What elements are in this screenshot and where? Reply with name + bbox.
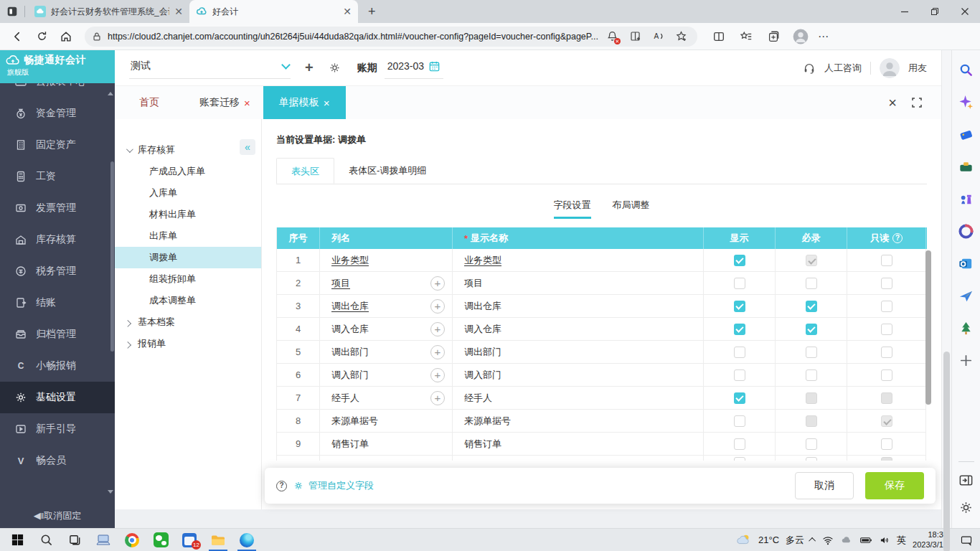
add-favorite-icon[interactable] <box>673 28 690 45</box>
manage-custom-fields-link[interactable]: 管理自定义字段 <box>308 479 374 492</box>
account-settings-gear-icon[interactable] <box>328 61 341 75</box>
checkbox-show[interactable] <box>734 369 745 381</box>
checkbox-readonly[interactable] <box>881 278 892 289</box>
checkbox-readonly[interactable] <box>881 255 892 266</box>
checkbox-required[interactable] <box>806 347 817 358</box>
split-screen-plus-icon[interactable] <box>627 28 644 45</box>
tab-field-settings[interactable]: 字段设置 <box>554 199 591 219</box>
add-field-button[interactable]: + <box>430 345 445 359</box>
sidebar-item-funds[interactable]: 资金管理 <box>0 98 115 129</box>
close-tab-icon[interactable]: × <box>324 97 330 109</box>
checkbox-readonly[interactable] <box>881 347 892 358</box>
fullscreen-icon[interactable] <box>911 97 923 108</box>
tree-node[interactable]: 成本调整单 <box>115 290 261 311</box>
cancel-button[interactable]: 取消 <box>795 472 854 499</box>
profile-avatar[interactable] <box>791 27 811 47</box>
taskbar-calendar-icon[interactable]: 12 <box>175 529 204 551</box>
add-field-button[interactable]: + <box>430 299 445 314</box>
sidebar-item-tax[interactable]: 税务管理 <box>0 255 115 287</box>
input-language[interactable]: 英 <box>897 534 906 547</box>
tree-node[interactable]: 入库单 <box>115 182 261 204</box>
cell-display-name[interactable]: 销售订单 <box>453 433 704 456</box>
outlook-icon[interactable] <box>956 253 977 274</box>
sidebar-scrollbar[interactable] <box>110 161 114 352</box>
checkbox-readonly[interactable] <box>881 301 892 312</box>
checkbox-show[interactable] <box>734 324 745 335</box>
checkbox-show[interactable] <box>734 392 745 404</box>
checkbox-show[interactable] <box>734 347 745 358</box>
support-link[interactable]: 人工咨询 <box>824 62 862 75</box>
tree-node[interactable]: 出库单 <box>115 225 261 247</box>
search-icon[interactable] <box>956 59 977 80</box>
weather-text[interactable]: 多云 <box>786 534 804 547</box>
add-field-button[interactable]: + <box>430 368 445 382</box>
cell-display-name[interactable] <box>453 456 704 461</box>
username[interactable]: 用友 <box>908 62 927 75</box>
sidebar-item-member[interactable]: V畅会员 <box>0 445 115 476</box>
tab-account-migration[interactable]: 账套迁移× <box>187 86 263 119</box>
toolbox-icon[interactable] <box>956 156 977 177</box>
checkbox-required[interactable] <box>806 438 817 450</box>
collapse-tree-icon[interactable]: « <box>240 139 255 155</box>
taskbar-wechat-icon[interactable] <box>146 529 175 551</box>
checkbox-show[interactable] <box>734 278 745 289</box>
copilot-icon[interactable] <box>956 91 977 113</box>
sidebar-scroll-down-icon[interactable] <box>108 490 113 494</box>
taskbar-chrome-icon[interactable] <box>118 529 146 551</box>
user-avatar[interactable] <box>880 58 900 78</box>
checkbox-show[interactable] <box>734 255 745 266</box>
favorites-bar-icon[interactable] <box>736 27 756 47</box>
temperature[interactable]: 21°C <box>758 534 779 545</box>
sidebar-item-archive[interactable]: 归档管理 <box>0 319 115 350</box>
tab-layout-adjust[interactable]: 布局调整 <box>613 199 650 219</box>
period-select[interactable]: 2023-03 <box>385 57 443 79</box>
tab-header-area[interactable]: 表头区 <box>276 158 334 184</box>
cell-display-name[interactable]: 业务类型 <box>453 249 704 272</box>
read-aloud-icon[interactable]: A <box>650 28 667 45</box>
taskbar-start-icon[interactable] <box>3 529 32 551</box>
taskbar-remote-desktop-icon[interactable] <box>89 529 118 551</box>
restore-button[interactable] <box>920 0 950 23</box>
wifi-icon[interactable] <box>822 534 834 546</box>
close-tab-icon[interactable]: × <box>244 97 250 109</box>
sidebar-item-closing[interactable]: 结账 <box>0 287 115 319</box>
tab-home[interactable]: 首页 <box>126 86 172 119</box>
home-icon[interactable] <box>56 27 76 47</box>
help-icon[interactable]: ? <box>276 481 287 491</box>
workspaces-icon[interactable] <box>0 0 24 23</box>
onedrive-cloud-icon[interactable] <box>840 534 853 547</box>
sidebar-item-invoice[interactable]: 发票管理 <box>0 192 115 224</box>
page-scrollbar[interactable] <box>941 50 951 528</box>
shopping-icon[interactable] <box>956 123 977 145</box>
volume-icon[interactable] <box>879 534 890 546</box>
split-window-icon[interactable] <box>709 27 729 47</box>
sidebar-item-settings[interactable]: 基础设置 <box>0 382 115 413</box>
taskbar-edge-icon[interactable] <box>232 529 261 551</box>
unpin-sidebar-button[interactable]: ◀‖取消固定 <box>0 509 115 522</box>
battery-icon[interactable] <box>859 534 872 547</box>
tree-node[interactable]: 产成品入库单 <box>115 161 261 182</box>
add-field-button[interactable]: + <box>430 322 445 336</box>
url-text[interactable]: https://cloud2.chanjet.com/accounting/uh… <box>108 32 598 42</box>
cell-display-name[interactable]: 调入仓库 <box>453 318 704 341</box>
address-bar[interactable]: https://cloud2.chanjet.com/accounting/uh… <box>85 27 697 47</box>
close-tab-icon[interactable]: ✕ <box>174 6 183 17</box>
send-icon[interactable] <box>956 285 977 306</box>
cell-display-name[interactable]: 项目 <box>453 272 704 295</box>
save-button[interactable]: 保存 <box>865 472 924 499</box>
chevron-right-icon[interactable] <box>124 341 131 348</box>
sidebar-scroll-up-icon[interactable] <box>108 92 113 95</box>
sidebar-item-inventory[interactable]: 库存核算 <box>0 224 115 255</box>
sidebar-item-report-center[interactable]: 云报表中心 <box>0 83 115 98</box>
checkbox-required[interactable] <box>806 278 817 289</box>
tree-node[interactable]: 报销单 <box>115 333 261 354</box>
add-field-button[interactable]: + <box>430 391 445 405</box>
settings-icon[interactable] <box>956 496 977 518</box>
checkbox-show[interactable] <box>734 301 745 312</box>
taskbar-search-icon[interactable] <box>32 529 60 551</box>
tree-icon[interactable] <box>956 317 977 339</box>
checkbox-required[interactable] <box>806 369 817 381</box>
notification-center-icon[interactable] <box>960 534 973 547</box>
sidebar-item-guide[interactable]: 新手引导 <box>0 413 115 445</box>
close-button[interactable] <box>950 0 980 23</box>
